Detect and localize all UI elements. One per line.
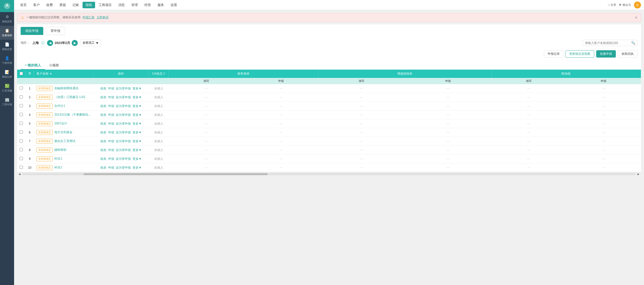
row-select-9[interactable] xyxy=(20,166,23,169)
nav-message[interactable]: 消息 xyxy=(115,2,128,8)
client-name-5[interactable]: 地方水利基金 xyxy=(54,130,72,134)
tab-tax-declare[interactable]: 税款申报 xyxy=(21,27,43,35)
op-more-2[interactable]: 更多▼ xyxy=(133,104,142,108)
op-declare-8[interactable]: 申报 xyxy=(108,157,114,161)
op-zero-5[interactable]: 设为零申报 xyxy=(116,131,131,134)
notice-link-buy[interactable]: 立即购买 xyxy=(97,15,109,20)
nav-service[interactable]: 服务 xyxy=(154,2,167,8)
date-prev-button[interactable]: ◀ xyxy=(47,40,53,46)
nav-tax[interactable]: 报税 xyxy=(83,2,95,8)
row-select-5[interactable] xyxy=(20,130,23,134)
row-select-0[interactable] xyxy=(20,86,23,90)
op-declare-0[interactable]: 申报 xyxy=(108,87,114,90)
op-declare-5[interactable]: 申报 xyxy=(108,131,114,134)
row-checkbox-3[interactable] xyxy=(17,111,26,119)
op-tax-7[interactable]: 税表 xyxy=(100,148,106,152)
sort-icon[interactable]: ▼ xyxy=(50,72,52,75)
nav-operation[interactable]: 经营 xyxy=(141,2,154,8)
op-declare-4[interactable]: 申报 xyxy=(108,122,114,125)
op-tax-2[interactable]: 税表 xyxy=(100,104,106,108)
row-checkbox-0[interactable] xyxy=(17,84,26,93)
update-confirm-button[interactable]: 更新核定及取数 xyxy=(566,50,594,58)
user-avatar[interactable]: C xyxy=(634,2,641,9)
client-name-2[interactable]: 合作社1 xyxy=(54,104,65,108)
op-declare-3[interactable]: 申报 xyxy=(108,113,114,117)
op-more-0[interactable]: 更多▼ xyxy=(133,87,142,90)
op-zero-9[interactable]: 设为零申报 xyxy=(116,166,131,169)
op-tax-0[interactable]: 税表 xyxy=(100,87,106,90)
sidebar-item-personal-tax[interactable]: 👤 个税申报 xyxy=(0,54,14,67)
nav-settings[interactable]: 设置 xyxy=(168,2,180,8)
horizontal-scrollbar[interactable]: ◀ ▶ xyxy=(17,172,641,176)
op-declare-7[interactable]: 申报 xyxy=(108,148,114,152)
op-more-6[interactable]: 更多▼ xyxy=(133,139,142,143)
op-declare-1[interactable]: 申报 xyxy=(108,96,114,99)
withdraw-button[interactable]: 收取回执 xyxy=(618,50,637,58)
sidebar-item-tax-settings[interactable]: ⚙ 报税设置 xyxy=(0,12,14,26)
op-declare-9[interactable]: 申报 xyxy=(108,166,114,169)
row-checkbox-9[interactable] xyxy=(17,163,26,172)
op-tax-4[interactable]: 税表 xyxy=(100,122,106,125)
op-tax-6[interactable]: 税表 xyxy=(100,139,106,143)
tab-zero-declare[interactable]: 零申报 xyxy=(46,27,65,35)
row-checkbox-5[interactable] xyxy=(17,128,26,137)
row-checkbox-8[interactable] xyxy=(17,155,26,163)
batch-declare-button[interactable]: 批量申报 xyxy=(596,50,616,58)
op-more-3[interactable]: 更多▼ xyxy=(133,113,142,117)
nav-manage[interactable]: 管理 xyxy=(128,2,141,8)
row-select-2[interactable] xyxy=(20,104,23,107)
op-zero-8[interactable]: 设为零申报 xyxy=(116,157,131,161)
row-checkbox-1[interactable] xyxy=(17,93,26,102)
date-next-button[interactable]: ▶ xyxy=(72,40,78,46)
row-select-4[interactable] xyxy=(20,122,23,125)
region-info-icon[interactable]: ⓘ xyxy=(41,41,45,45)
client-name-9[interactable]: 科目2 xyxy=(54,166,62,169)
nav-home[interactable]: 首页 xyxy=(17,2,30,8)
nav-client[interactable]: 客户 xyxy=(30,2,43,8)
employee-dropdown[interactable]: 全部员工 ▼ xyxy=(80,39,101,46)
client-name-4[interactable]: 2007会计 xyxy=(54,122,67,125)
sidebar-item-batch-tax[interactable]: 📋 批量报税 xyxy=(0,26,14,40)
scroll-thumb[interactable] xyxy=(84,173,268,175)
op-declare-2[interactable]: 申报 xyxy=(108,104,114,108)
client-name-0[interactable]: 勿融新税网络通信 xyxy=(54,86,78,90)
nav-account[interactable]: 记账 xyxy=(69,2,82,8)
sub-tab-small[interactable]: 小规模 xyxy=(45,62,63,70)
op-zero-3[interactable]: 设为零申报 xyxy=(116,113,131,117)
scroll-left-arrow[interactable]: ◀ xyxy=(17,172,22,176)
sidebar-item-annual-settlement[interactable]: 💹 汇算清缴 xyxy=(0,81,14,95)
member-btn[interactable]: ▶ 畅会员 xyxy=(619,3,631,7)
select-all-checkbox[interactable] xyxy=(20,72,23,75)
search-icon[interactable]: 🔍 xyxy=(631,41,635,45)
row-select-7[interactable] xyxy=(20,148,23,151)
scroll-right-arrow[interactable]: ▶ xyxy=(636,172,641,176)
sidebar-item-tax-record[interactable]: 📝 报税记录 xyxy=(0,67,14,81)
search-input[interactable] xyxy=(585,41,630,45)
op-tax-3[interactable]: 税表 xyxy=(100,113,106,117)
op-declare-6[interactable]: 申报 xyxy=(108,139,114,143)
op-more-7[interactable]: 更多▼ xyxy=(133,148,142,152)
row-select-1[interactable] xyxy=(20,95,23,99)
app-logo[interactable] xyxy=(0,0,14,12)
notice-link-declare[interactable]: 申报汇签 xyxy=(83,15,95,20)
client-name-3[interactable]: 2013日记账（不要删除站... xyxy=(54,113,91,116)
fullscreen-btn[interactable]: □ 全屏 xyxy=(608,3,616,7)
op-tax-1[interactable]: 税表 xyxy=(100,96,106,99)
row-checkbox-7[interactable] xyxy=(17,146,26,155)
nav-invoice[interactable]: 票据 xyxy=(56,2,69,8)
op-tax-5[interactable]: 税表 xyxy=(100,131,106,134)
client-name-6[interactable]: 杨仙女工资测试 xyxy=(54,139,75,143)
client-name-1[interactable]: （勿需）江西鑫宝-LSS xyxy=(54,95,85,99)
row-checkbox-2[interactable] xyxy=(17,102,26,111)
nav-commerce[interactable]: 工商项目 xyxy=(96,2,115,8)
row-select-3[interactable] xyxy=(20,113,23,116)
op-zero-7[interactable]: 设为零申报 xyxy=(116,148,131,152)
client-name-8[interactable]: 科目1 xyxy=(54,157,62,160)
op-tax-8[interactable]: 税表 xyxy=(100,157,106,161)
row-checkbox-4[interactable] xyxy=(17,119,26,128)
op-zero-4[interactable]: 设为零申报 xyxy=(116,122,131,125)
client-name-7[interactable]: 辅助期初 xyxy=(54,148,66,152)
op-zero-6[interactable]: 设为零申报 xyxy=(116,139,131,143)
op-zero-2[interactable]: 设为零申报 xyxy=(116,104,131,108)
op-more-1[interactable]: 更多▼ xyxy=(133,96,142,99)
